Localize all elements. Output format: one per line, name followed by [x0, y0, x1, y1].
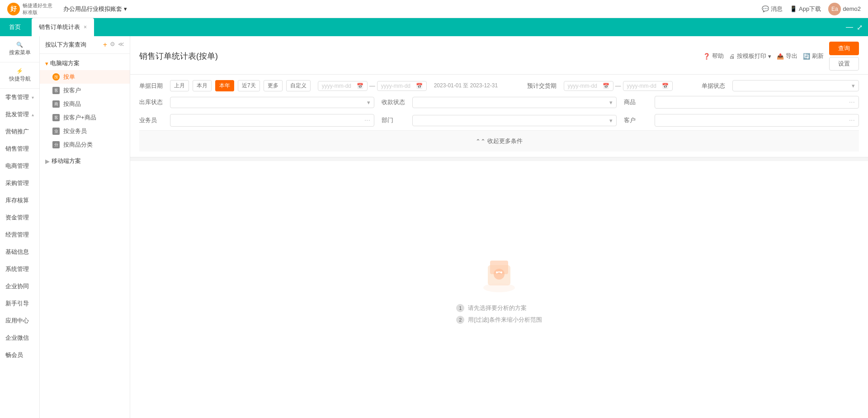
- sidebar-item-ecommerce[interactable]: 电商管理: [0, 157, 39, 175]
- scheme-item-by-order[interactable]: 按 按单: [40, 70, 130, 84]
- filter-row-date: 单据日期 上月 本月 本年 近7天 更多 自定义 yyyy-mm-dd 📅 —: [139, 80, 859, 91]
- logo-area: 好 畅捷通好生意 标准版: [7, 2, 52, 15]
- sidebar-item-basics[interactable]: 基础信息: [0, 243, 39, 261]
- tabbar: 首页 销售订单统计表 × — ⤢: [0, 18, 868, 36]
- salesperson-label: 业务员: [139, 116, 166, 124]
- calendar-icon4: 📅: [662, 83, 669, 89]
- user-menu[interactable]: Ea demo2: [828, 3, 861, 15]
- date-btn-more[interactable]: 更多: [264, 80, 283, 91]
- empty-illustration: [476, 252, 522, 297]
- date-from-input[interactable]: yyyy-mm-dd 📅: [318, 81, 368, 91]
- sidebar-item-wholesale[interactable]: 批发管理 ▴: [0, 106, 39, 123]
- sidebar-item-inventory[interactable]: 库存核算: [0, 192, 39, 209]
- scheme-icon-sq4: 分: [52, 141, 60, 148]
- filter-payment-status: 收款状态 ▾: [382, 96, 617, 109]
- settings-button[interactable]: 设置: [829, 57, 859, 71]
- collapse-bar: ⌃⌃ 收起更多条件: [139, 130, 859, 152]
- app-download-button[interactable]: 📱 App下载: [790, 5, 821, 13]
- empty-hints: 1 请先选择要分析的方案 2 用[过滤]条件来缩小分析范围: [456, 304, 542, 328]
- filter-grid: 出库状态 ▾ 收款状态 ▾ 商品: [139, 96, 859, 127]
- tab-active[interactable]: 销售订单统计表 ×: [32, 18, 94, 36]
- sidebar-item-quick-nav[interactable]: ⚡ 快捷导航: [0, 62, 39, 89]
- filter-delivery-status: 出库状态 ▾: [139, 96, 374, 109]
- scheme-item-by-customer-goods[interactable]: 客 按客户+商品: [40, 111, 130, 124]
- topbar-left: 好 畅捷通好生意 标准版 办公用品行业模拟账套 ▾: [7, 2, 127, 15]
- scheme-item-by-goods[interactable]: 商 按商品: [40, 97, 130, 111]
- tab-home[interactable]: 首页: [0, 18, 30, 36]
- export-button[interactable]: 📤 导出: [777, 52, 797, 60]
- refresh-button[interactable]: 🔄 刷新: [803, 52, 824, 60]
- date-btn-last-7[interactable]: 近7天: [238, 80, 260, 91]
- filter-department: 部门 ▾: [382, 114, 617, 127]
- payment-status-label: 收款状态: [382, 98, 409, 106]
- print-button[interactable]: 🖨 按模板打印 ▾: [729, 52, 771, 60]
- forecast-to-input[interactable]: yyyy-mm-dd 📅: [623, 81, 673, 91]
- tab-close-button[interactable]: ×: [84, 24, 87, 30]
- goods-input[interactable]: ···: [655, 96, 859, 109]
- department-input[interactable]: ▾: [412, 115, 617, 126]
- app-selector[interactable]: 办公用品行业模拟账套 ▾: [63, 5, 127, 13]
- topbar: 好 畅捷通好生意 标准版 办公用品行业模拟账套 ▾ 💬 消息 📱 App下载 E…: [0, 0, 868, 18]
- scheme-item-by-category[interactable]: 分 按商品分类: [40, 138, 130, 152]
- scheme-item-by-salesperson[interactable]: 业 按业务员: [40, 124, 130, 138]
- salesperson-input[interactable]: ···: [170, 114, 374, 127]
- customer-input[interactable]: ···: [655, 114, 859, 127]
- filter-area: 单据日期 上月 本月 本年 近7天 更多 自定义 yyyy-mm-dd 📅 —: [130, 75, 868, 157]
- calendar-icon3: 📅: [603, 83, 609, 89]
- sidebar-item-cooperation[interactable]: 企业协同: [0, 278, 39, 295]
- sidebar-item-wechat[interactable]: 企业微信: [0, 329, 39, 347]
- sidebar-item-system[interactable]: 系统管理: [0, 261, 39, 278]
- sidebar-item-app-center[interactable]: 应用中心: [0, 312, 39, 329]
- help-button[interactable]: ❓ 帮助: [703, 52, 724, 60]
- window-minimize-button[interactable]: —: [846, 23, 853, 31]
- query-button[interactable]: 查询: [829, 42, 859, 55]
- search-icon: 🔍: [4, 42, 36, 48]
- message-button[interactable]: 💬 消息: [762, 5, 783, 13]
- sidebar-item-retail[interactable]: 零售管理 ▾: [0, 89, 39, 106]
- empty-hint-1: 1 请先选择要分析的方案: [456, 304, 542, 312]
- window-maximize-button[interactable]: ⤢: [857, 23, 863, 32]
- delivery-status-input[interactable]: ▾: [170, 97, 374, 108]
- sidebar-item-management[interactable]: 经营管理: [0, 226, 39, 243]
- tab-actions: — ⤢: [846, 23, 868, 32]
- customer-label: 客户: [624, 116, 651, 124]
- date-btn-this-month[interactable]: 本月: [193, 80, 212, 91]
- filter-goods: 商品 ···: [624, 96, 859, 109]
- payment-status-input[interactable]: ▾: [412, 97, 617, 108]
- date-separator: —: [369, 82, 375, 89]
- main-layout: 🔍 搜索菜单 ⚡ 快捷导航 零售管理 ▾ 批发管理 ▴ 营销推广 销售管理 电商…: [0, 36, 868, 418]
- delivery-status-label: 出库状态: [139, 98, 166, 106]
- avatar: Ea: [828, 3, 841, 15]
- scheme-collapse-button[interactable]: ≪: [118, 41, 124, 49]
- chevron-down-icon4: ▾: [609, 99, 613, 106]
- sidebar-item-purchase[interactable]: 采购管理: [0, 175, 39, 192]
- desktop-group-title[interactable]: ▾ 电脑端方案: [40, 57, 130, 70]
- sidebar-item-member[interactable]: 畅会员: [0, 347, 39, 364]
- sidebar-item-newbie[interactable]: 新手引导: [0, 295, 39, 312]
- sidebar: 🔍 搜索菜单 ⚡ 快捷导航 零售管理 ▾ 批发管理 ▴ 营销推广 销售管理 电商…: [0, 36, 40, 418]
- more-icon3: ···: [849, 116, 855, 124]
- sidebar-item-marketing[interactable]: 营销推广: [0, 123, 39, 140]
- mobile-group-title[interactable]: ▶ 移动端方案: [40, 154, 130, 168]
- status-select[interactable]: ▾: [732, 80, 859, 91]
- scheme-item-by-customer[interactable]: 客 按客户: [40, 84, 130, 97]
- date-to-input[interactable]: yyyy-mm-dd 📅: [377, 81, 427, 91]
- date-separator2: —: [615, 82, 621, 89]
- sidebar-item-finance[interactable]: 资金管理: [0, 209, 39, 226]
- goods-label: 商品: [624, 98, 651, 106]
- empty-hint-2: 2 用[过滤]条件来缩小分析范围: [456, 316, 542, 324]
- chevron-down-icon: ▾: [124, 5, 127, 12]
- forecast-date-label: 预计交货期: [527, 82, 557, 90]
- scheme-settings-button[interactable]: ⚙: [110, 41, 115, 49]
- date-btn-custom[interactable]: 自定义: [286, 80, 311, 91]
- forecast-date-range: yyyy-mm-dd 📅 — yyyy-mm-dd 📅: [564, 81, 673, 91]
- download-icon: 📱: [790, 5, 797, 12]
- scheme-add-button[interactable]: +: [103, 41, 107, 49]
- sidebar-item-search[interactable]: 🔍 搜索菜单: [0, 36, 39, 62]
- date-btn-this-year[interactable]: 本年: [215, 80, 234, 91]
- filter-customer: 客户 ···: [624, 114, 859, 127]
- date-btn-last-month[interactable]: 上月: [170, 80, 189, 91]
- collapse-button[interactable]: ⌃⌃ 收起更多条件: [473, 134, 525, 148]
- forecast-from-input[interactable]: yyyy-mm-dd 📅: [564, 81, 613, 91]
- sidebar-item-sales[interactable]: 销售管理: [0, 140, 39, 157]
